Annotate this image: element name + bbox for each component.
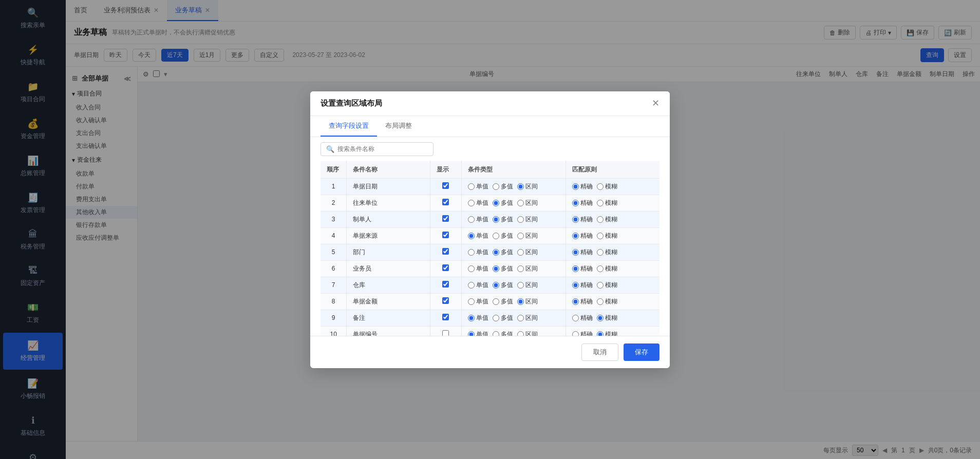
cell-name: 单据金额 bbox=[347, 293, 430, 310]
cell-order: 10 bbox=[321, 326, 347, 336]
tab-layout-adjust[interactable]: 布局调整 bbox=[377, 116, 420, 137]
display-checkbox[interactable] bbox=[442, 232, 449, 238]
display-checkbox[interactable] bbox=[442, 215, 449, 222]
cell-display[interactable] bbox=[430, 310, 461, 326]
cell-match[interactable]: 精确模糊 bbox=[566, 260, 659, 277]
table-row: 5部门单值多值区间精确模糊 bbox=[321, 244, 659, 260]
cell-type[interactable]: 单值多值区间 bbox=[461, 178, 566, 195]
cell-display[interactable] bbox=[430, 326, 461, 336]
cell-type[interactable]: 单值多值区间 bbox=[461, 244, 566, 260]
table-header-row: 顺序 条件名称 显示 条件类型 匹配原则 bbox=[321, 161, 659, 179]
cancel-button[interactable]: 取消 bbox=[581, 343, 618, 361]
cell-order: 7 bbox=[321, 277, 347, 293]
display-checkbox[interactable] bbox=[442, 264, 449, 271]
cell-order: 3 bbox=[321, 211, 347, 227]
table-row: 1单据日期单值多值区间精确模糊 bbox=[321, 178, 659, 195]
display-checkbox[interactable] bbox=[442, 297, 449, 304]
cell-name: 制单人 bbox=[347, 211, 430, 227]
display-checkbox[interactable] bbox=[442, 314, 449, 320]
display-checkbox[interactable] bbox=[442, 330, 449, 336]
th-match: 匹配原则 bbox=[566, 161, 659, 179]
tab-query-fields[interactable]: 查询字段设置 bbox=[321, 116, 377, 137]
cell-match[interactable]: 精确模糊 bbox=[566, 310, 659, 326]
cell-display[interactable] bbox=[430, 227, 461, 244]
th-order: 顺序 bbox=[321, 161, 347, 179]
cell-match[interactable]: 精确模糊 bbox=[566, 277, 659, 293]
modal-dialog: 设置查询区域布局 ✕ 查询字段设置 布局调整 🔍 bbox=[310, 91, 670, 368]
cell-order: 2 bbox=[321, 195, 347, 211]
table-row: 6业务员单值多值区间精确模糊 bbox=[321, 260, 659, 277]
modal-search-area: 🔍 bbox=[310, 137, 670, 161]
cell-type[interactable]: 单值多值区间 bbox=[461, 227, 566, 244]
cell-type[interactable]: 单值多值区间 bbox=[461, 293, 566, 310]
modal-header: 设置查询区域布局 ✕ bbox=[310, 91, 670, 116]
table-row: 7仓库单值多值区间精确模糊 bbox=[321, 277, 659, 293]
table-row: 2往来单位单值多值区间精确模糊 bbox=[321, 195, 659, 211]
cell-type[interactable]: 单值多值区间 bbox=[461, 195, 566, 211]
cell-type[interactable]: 单值多值区间 bbox=[461, 326, 566, 336]
cell-order: 6 bbox=[321, 260, 347, 277]
cell-name: 单据日期 bbox=[347, 178, 430, 195]
table-row: 10单据编号单值多值区间精确模糊 bbox=[321, 326, 659, 336]
cell-name: 往来单位 bbox=[347, 195, 430, 211]
th-display: 显示 bbox=[430, 161, 461, 179]
display-checkbox[interactable] bbox=[442, 182, 449, 189]
cell-order: 8 bbox=[321, 293, 347, 310]
modal-footer: 取消 保存 bbox=[310, 336, 670, 368]
table-row: 9备注单值多值区间精确模糊 bbox=[321, 310, 659, 326]
cell-name: 部门 bbox=[347, 244, 430, 260]
cell-match[interactable]: 精确模糊 bbox=[566, 211, 659, 227]
cell-display[interactable] bbox=[430, 178, 461, 195]
table-row: 3制单人单值多值区间精确模糊 bbox=[321, 211, 659, 227]
modal-tabs: 查询字段设置 布局调整 bbox=[310, 116, 670, 137]
cell-display[interactable] bbox=[430, 195, 461, 211]
display-checkbox[interactable] bbox=[442, 199, 449, 205]
cell-type[interactable]: 单值多值区间 bbox=[461, 277, 566, 293]
cell-order: 1 bbox=[321, 178, 347, 195]
cell-display[interactable] bbox=[430, 244, 461, 260]
table-row: 8单据金额单值多值区间精确模糊 bbox=[321, 293, 659, 310]
cell-match[interactable]: 精确模糊 bbox=[566, 326, 659, 336]
cell-match[interactable]: 精确模糊 bbox=[566, 293, 659, 310]
cell-display[interactable] bbox=[430, 277, 461, 293]
cell-type[interactable]: 单值多值区间 bbox=[461, 260, 566, 277]
cell-order: 9 bbox=[321, 310, 347, 326]
cell-name: 单据编号 bbox=[347, 326, 430, 336]
modal-overlay: 设置查询区域布局 ✕ 查询字段设置 布局调整 🔍 bbox=[0, 0, 980, 459]
th-name: 条件名称 bbox=[347, 161, 430, 179]
cell-name: 单据来源 bbox=[347, 227, 430, 244]
cell-type[interactable]: 单值多值区间 bbox=[461, 310, 566, 326]
search-input[interactable] bbox=[337, 145, 428, 152]
cell-match[interactable]: 精确模糊 bbox=[566, 178, 659, 195]
cell-type[interactable]: 单值多值区间 bbox=[461, 211, 566, 227]
cell-match[interactable]: 精确模糊 bbox=[566, 195, 659, 211]
conditions-table: 顺序 条件名称 显示 条件类型 匹配原则 1单据日期单值多值区间精确模糊2往来单… bbox=[321, 161, 659, 336]
cell-order: 5 bbox=[321, 244, 347, 260]
save-button[interactable]: 保存 bbox=[624, 343, 659, 361]
modal-title: 设置查询区域布局 bbox=[321, 99, 382, 108]
cell-order: 4 bbox=[321, 227, 347, 244]
display-checkbox[interactable] bbox=[442, 248, 449, 255]
cell-match[interactable]: 精确模糊 bbox=[566, 227, 659, 244]
cell-match[interactable]: 精确模糊 bbox=[566, 244, 659, 260]
cell-display[interactable] bbox=[430, 293, 461, 310]
cell-display[interactable] bbox=[430, 211, 461, 227]
th-type: 条件类型 bbox=[461, 161, 566, 179]
search-box: 🔍 bbox=[321, 142, 434, 156]
modal-body: 顺序 条件名称 显示 条件类型 匹配原则 1单据日期单值多值区间精确模糊2往来单… bbox=[310, 161, 670, 336]
cell-name: 业务员 bbox=[347, 260, 430, 277]
display-checkbox[interactable] bbox=[442, 281, 449, 288]
modal-close-button[interactable]: ✕ bbox=[652, 99, 659, 108]
table-row: 4单据来源单值多值区间精确模糊 bbox=[321, 227, 659, 244]
cell-name: 备注 bbox=[347, 310, 430, 326]
cell-display[interactable] bbox=[430, 260, 461, 277]
search-icon: 🔍 bbox=[326, 145, 334, 153]
cell-name: 仓库 bbox=[347, 277, 430, 293]
